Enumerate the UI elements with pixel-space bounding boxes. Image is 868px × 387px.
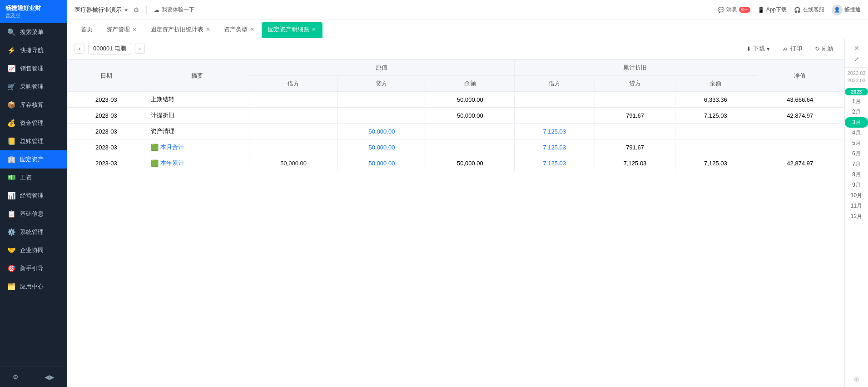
ledger-table-wrapper: 日期 摘要 原值 累计折旧 净值 借方 贷方 余额 借方 贷方 余额: [67, 60, 844, 387]
sidebar-item-guide[interactable]: 🎯新手引导: [0, 259, 67, 278]
cell-summary-0: 上期结转: [145, 92, 249, 108]
cell-depr-credit-2: [595, 124, 675, 139]
sysmanage-icon: ⚙️: [7, 228, 15, 236]
appcenter-icon: 🗂️: [7, 283, 15, 291]
baseinfo-icon: 📋: [7, 210, 15, 218]
col-net-value: 净值: [756, 60, 844, 92]
tab-label-depreciation: 固定资产折旧统计表: [150, 25, 203, 34]
tab-home[interactable]: 首页: [74, 22, 99, 38]
month-item-2023-1月[interactable]: 1月: [845, 96, 868, 107]
month-item-2023-8月[interactable]: 8月: [845, 169, 868, 180]
refresh-btn[interactable]: ↻ 刷新: [811, 43, 837, 55]
table-row: 2023-03 🟩本年累计 50,000.00 50,000.00 50,000…: [68, 155, 844, 171]
month-item-2023-10月[interactable]: 10月: [845, 190, 868, 201]
cell-orig-debit-1: [249, 108, 337, 124]
expand-panel-icon[interactable]: ⤢: [853, 55, 860, 64]
cell-depr-balance-3: [675, 139, 756, 155]
month-item-2023-12月[interactable]: 12月: [845, 211, 868, 222]
year-section-2023: 20231月2月3月4月5月6月7月8月9月10月11月12月: [845, 87, 868, 222]
cell-date-1: 2023-03: [68, 108, 145, 124]
prev-asset-btn[interactable]: ‹: [74, 44, 84, 54]
cell-orig-debit-2: [249, 124, 337, 139]
tab-close-assetledger[interactable]: ✕: [312, 26, 316, 33]
sidebar-item-appcenter[interactable]: 🗂️应用中心: [0, 278, 67, 296]
close-panel-icon[interactable]: ✕: [853, 44, 860, 53]
app-edition: 普及版: [5, 12, 62, 19]
cell-orig-debit-0: [249, 92, 337, 108]
message-btn[interactable]: 💬 消息 99+: [718, 6, 750, 14]
cell-orig-debit-3: [249, 139, 337, 155]
sidebar-item-inventory[interactable]: 📦库存核算: [0, 96, 67, 114]
company-selector[interactable]: 医疗器械行业演示 ▾: [74, 6, 128, 14]
cell-orig-credit-3: 50,000.00: [337, 139, 426, 155]
tag-icon: 🟩: [151, 159, 159, 167]
sidebar-label-bizcolab: 企业协同: [20, 246, 44, 254]
user-btn[interactable]: 👤 畅捷通: [832, 5, 861, 15]
asset-code-btn[interactable]: 000001 电脑: [88, 43, 131, 55]
tab-close-assetmgmt[interactable]: ✕: [132, 26, 137, 33]
sidebar-item-purchase[interactable]: 🛒采购管理: [0, 78, 67, 96]
sidebar-item-bizmanage[interactable]: 📊经营管理: [0, 187, 67, 205]
experience-label: 我要体验一下: [162, 6, 194, 14]
headset-icon: 🎧: [794, 7, 801, 13]
sidebar-item-fund[interactable]: 💰资金管理: [0, 114, 67, 132]
month-item-2023-4月[interactable]: 4月: [845, 128, 868, 138]
settings-icon[interactable]: ⚙: [8, 371, 23, 383]
top-date-label2: 2023.03: [848, 78, 866, 86]
cell-orig-balance-1: 50,000.00: [426, 108, 514, 124]
collapse-icon[interactable]: ◀▶: [40, 371, 59, 383]
toolbar-row: ‹ 000001 电脑 › ⬇ 下载 ▾ 🖨 打印 ↻ 刷新: [67, 38, 844, 60]
username-label: 畅捷通: [844, 6, 861, 14]
cell-orig-credit-4: 50,000.00: [337, 155, 426, 171]
sidebar-item-baseinfo[interactable]: 📋基础信息: [0, 205, 67, 223]
ledger-icon: 📒: [7, 137, 15, 145]
cell-depr-debit-2: 7,125.03: [514, 124, 595, 139]
tab-assetmgmt[interactable]: 资产管理✕: [100, 22, 143, 38]
sidebar-item-fixedasset[interactable]: 🏢固定资产: [0, 150, 67, 169]
month-item-2023-9月[interactable]: 9月: [845, 180, 868, 190]
sidebar-label-appcenter: 应用中心: [20, 283, 44, 291]
month-item-2023-2月[interactable]: 2月: [845, 107, 868, 117]
cell-date-0: 2023-03: [68, 92, 145, 108]
panel-down-arrow[interactable]: ⊕: [853, 375, 859, 383]
print-btn[interactable]: 🖨 打印: [779, 43, 806, 55]
sidebar-item-sysmanage[interactable]: ⚙️系统管理: [0, 223, 67, 241]
year-marker-2023[interactable]: 2023: [845, 88, 868, 95]
sidebar-item-ledger[interactable]: 📒总账管理: [0, 132, 67, 150]
fixedasset-icon: 🏢: [7, 155, 15, 164]
tab-close-depreciation[interactable]: ✕: [206, 26, 210, 33]
cell-depr-balance-4: 7,125.03: [675, 155, 756, 171]
tab-assettype[interactable]: 资产类型✕: [218, 22, 261, 38]
tab-assetledger[interactable]: 固定资产明细账✕: [262, 22, 322, 38]
dropdown-icon[interactable]: ▾: [124, 6, 128, 14]
sidebar-label-fund: 资金管理: [20, 119, 44, 127]
sidebar-label-sales: 销售管理: [20, 64, 44, 73]
month-item-2023-6月[interactable]: 6月: [845, 149, 868, 159]
sidebar-item-payroll[interactable]: 💵工资: [0, 169, 67, 187]
month-item-2023-11月[interactable]: 11月: [845, 201, 868, 211]
sidebar-item-quicknav[interactable]: ⚡快捷导航: [0, 41, 67, 60]
gear-icon[interactable]: ⚙: [133, 6, 139, 14]
experience-btn[interactable]: ☁ 我要体验一下: [154, 6, 194, 14]
cell-date-3: 2023-03: [68, 139, 145, 155]
sidebar-item-bizcolab[interactable]: 🤝企业协同: [0, 241, 67, 259]
sidebar-item-sales[interactable]: 📈销售管理: [0, 60, 67, 78]
download-btn[interactable]: ⬇ 下载 ▾: [743, 43, 774, 55]
tab-depreciation[interactable]: 固定资产折旧统计表✕: [144, 22, 217, 38]
sidebar-item-search[interactable]: 🔍搜索菜单: [0, 23, 67, 41]
tab-close-assettype[interactable]: ✕: [250, 26, 254, 33]
cell-depr-credit-1: 791.67: [595, 108, 675, 124]
col-orig-balance: 余额: [426, 76, 514, 92]
month-item-2023-5月[interactable]: 5月: [845, 138, 868, 149]
message-badge: 99+: [739, 7, 750, 13]
main-area: 医疗器械行业演示 ▾ ⚙ ☁ 我要体验一下 💬 消息 99+ 📱 App下载 🎧…: [67, 0, 868, 387]
month-item-2023-7月[interactable]: 7月: [845, 159, 868, 169]
month-item-2023-3月[interactable]: 3月: [845, 117, 868, 128]
search-icon: 🔍: [7, 28, 15, 36]
top-date-label: 2023.03: [848, 69, 866, 77]
avatar: 👤: [832, 5, 843, 15]
next-asset-btn[interactable]: ›: [135, 44, 145, 54]
download-btn[interactable]: 📱 App下载: [758, 6, 787, 14]
service-btn[interactable]: 🎧 在线客服: [794, 6, 824, 14]
col-orig-credit: 贷方: [337, 76, 426, 92]
